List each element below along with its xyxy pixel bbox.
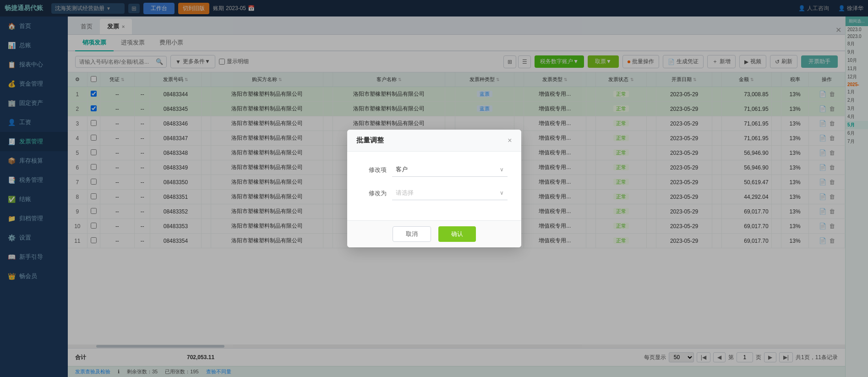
field-value: 客户 [396,165,408,174]
modal-confirm-button[interactable]: 确认 [438,226,476,242]
modal-overlay[interactable]: 批量调整 × 修改项 客户 ∨ 修改为 请选择 ∨ 取消 确认 [0,0,868,377]
field-select-arrow: ∨ [500,166,504,173]
form-row-value: 修改为 请选择 ∨ [361,186,508,200]
modal-cancel-button[interactable]: 取消 [393,226,431,242]
value-select-arrow: ∨ [500,190,504,196]
modal-header: 批量调整 × [347,130,521,152]
batch-adjust-modal: 批量调整 × 修改项 客户 ∨ 修改为 请选择 ∨ 取消 确认 [347,130,521,247]
value-label: 修改为 [361,189,387,197]
value-placeholder: 请选择 [396,189,414,197]
field-select[interactable]: 客户 ∨ [392,163,508,177]
form-row-field: 修改项 客户 ∨ [361,163,508,177]
field-label: 修改项 [361,166,387,174]
modal-title: 批量调整 [356,136,384,145]
modal-footer: 取消 确认 [347,220,521,247]
value-select[interactable]: 请选择 ∨ [392,186,508,200]
modal-body: 修改项 客户 ∨ 修改为 请选择 ∨ [347,152,521,220]
modal-close-button[interactable]: × [508,137,512,145]
